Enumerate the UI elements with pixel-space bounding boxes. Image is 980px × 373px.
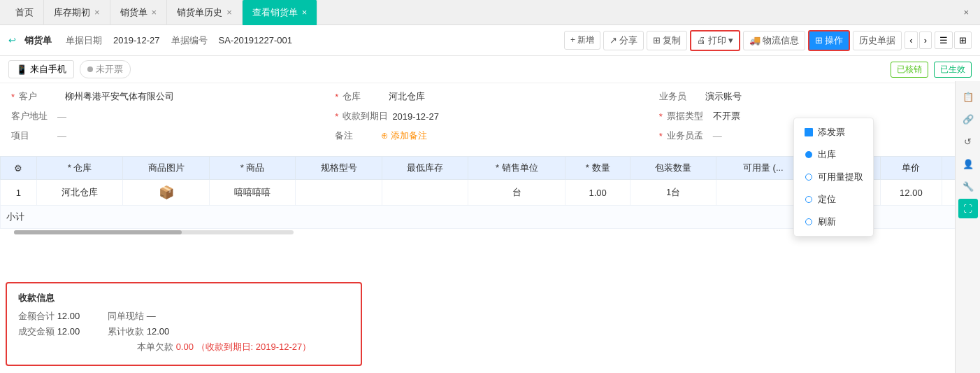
- sidebar-icon-4[interactable]: 👤: [958, 154, 978, 174]
- not-open-dot: [87, 66, 93, 72]
- payment-row-3: 本单欠款 0.00 （收款到期日: 2019-12-27）: [18, 341, 350, 353]
- total-receipt-label: 累计收款: [108, 326, 144, 337]
- copy-button[interactable]: ⊞ 复制: [647, 31, 687, 50]
- col-product: * 商品: [209, 157, 296, 180]
- col-warehouse: * 仓库: [36, 157, 123, 180]
- form-row-1: * 客户 柳州粤港平安气体有限公司 * 仓库 河北仓库 业务员 演示账号: [11, 90, 969, 103]
- tab-sales[interactable]: 销货单 ×: [110, 0, 168, 25]
- tab-view-sales-close[interactable]: ×: [302, 7, 308, 17]
- add-button[interactable]: + 新增: [564, 31, 600, 50]
- row-min-stock: [382, 180, 468, 206]
- status-effect: 已生效: [934, 62, 972, 78]
- dropdown-item-available[interactable]: 可用量提取: [794, 166, 873, 188]
- date-value: 2019-12-27: [113, 35, 160, 45]
- row-product: 嘻嘻嘻嘻: [209, 180, 296, 206]
- tab-sales-history[interactable]: 销货单历史 ×: [167, 0, 243, 25]
- next-button[interactable]: ›: [919, 31, 932, 49]
- same-bill-value: —: [147, 311, 156, 321]
- sidebar-icon-3[interactable]: ↺: [958, 132, 978, 151]
- deal-label: 成交金额: [18, 326, 55, 337]
- payment-title: 收款信息: [18, 292, 350, 304]
- sidebar-icon-6[interactable]: ⛶: [958, 199, 978, 218]
- warehouse-field: * 仓库 河北仓库: [335, 90, 644, 103]
- remark-field: 备注 ⊕ 添加备注: [335, 129, 644, 142]
- no-label: 单据编号: [171, 34, 208, 47]
- dropdown-menu: 添发票 出库 可用量提取 定位 刷新: [793, 118, 874, 237]
- row-pkg-qty: 1台: [630, 180, 716, 206]
- row-warehouse: 河北仓库: [36, 180, 123, 206]
- logistics-button[interactable]: 🚚 物流信息: [743, 31, 805, 50]
- close-all-button[interactable]: ×: [958, 7, 974, 17]
- toolbar-actions: + 新增 ↗ 分享 ⊞ 复制 🖨 打印 ▾ 🚚 物流信息 ⊞ 操作 历史单据 ‹…: [564, 30, 972, 51]
- tab-sales-close[interactable]: ×: [152, 7, 157, 17]
- total-receipt-value: 12.00: [147, 326, 170, 337]
- address-field: 客户地址 —: [11, 110, 321, 122]
- grid-view-button[interactable]: ⊞: [954, 31, 972, 49]
- row-unit: 台: [468, 180, 565, 206]
- same-bill-label: 同单现结: [108, 311, 144, 321]
- tab-inventory-close[interactable]: ×: [94, 7, 100, 17]
- view-toggle: ☰ ⊞: [935, 31, 972, 49]
- col-price: 单价: [880, 157, 942, 180]
- list-view-button[interactable]: ☰: [935, 31, 953, 49]
- sidebar-icon-2[interactable]: 🔗: [958, 109, 978, 129]
- payment-info: 收款信息 金额合计 12.00 同单现结 — 成交金额 12.00 累计收款 1…: [6, 282, 362, 366]
- operate-button[interactable]: ⊞ 操作: [808, 30, 850, 51]
- row-image: 📦: [123, 180, 210, 206]
- right-sidebar: 📋 🔗 ↺ 👤 🔧 ⛶: [955, 81, 980, 373]
- due-label: 本单欠款: [137, 342, 173, 352]
- phone-icon: 📱: [16, 64, 27, 75]
- refresh-icon: [804, 217, 814, 227]
- dropdown-item-invoice[interactable]: 添发票: [794, 121, 873, 143]
- dropdown-item-refresh[interactable]: 刷新: [794, 211, 873, 233]
- doc-title: 销货单: [24, 34, 52, 47]
- payment-row-2: 成交金额 12.00 累计收款 12.00: [18, 325, 350, 338]
- tab-bar: 首页 库存期初 × 销货单 × 销货单历史 × 查看销货单 × ×: [0, 0, 980, 25]
- due-note: （收款到期日: 2019-12-27）: [196, 342, 312, 352]
- dropdown-item-outbound[interactable]: 出库: [794, 143, 873, 166]
- row-qty: 1.00: [565, 180, 630, 206]
- invoice-icon: [804, 127, 814, 137]
- col-unit: * 销售单位: [468, 157, 565, 180]
- not-open-ticket-button[interactable]: 未开票: [80, 60, 131, 78]
- no-value: SA-20191227-001: [219, 35, 293, 45]
- operate-icon: ⊞: [815, 35, 823, 45]
- due-date-field: * 收款到期日 2019-12-27: [335, 110, 644, 122]
- col-pkg-qty: 包装数量: [630, 157, 716, 180]
- doc-icon: ↩: [8, 35, 16, 45]
- dropdown-item-locate[interactable]: 定位: [794, 188, 873, 211]
- col-min-stock: 最低库存: [382, 157, 468, 180]
- share-button[interactable]: ↗ 分享: [603, 31, 644, 50]
- from-phone-button[interactable]: 📱 来自手机: [8, 60, 74, 78]
- row-spec: [296, 180, 382, 206]
- amount-label: 金额合计: [18, 311, 55, 321]
- amount-value: 12.00: [57, 311, 80, 321]
- outbound-icon: [804, 150, 814, 160]
- project-field: 项目 —: [11, 129, 321, 142]
- prev-button[interactable]: ‹: [905, 31, 917, 49]
- tab-sales-history-close[interactable]: ×: [226, 7, 232, 17]
- share-icon: ↗: [610, 35, 617, 45]
- customer-field: * 客户 柳州粤港平安气体有限公司: [11, 90, 321, 103]
- toolbar: ↩ 销货单 单据日期 2019-12-27 单据编号 SA-20191227-0…: [0, 25, 980, 56]
- history-button[interactable]: 历史单据: [853, 31, 902, 50]
- sidebar-icon-5[interactable]: 🔧: [958, 176, 978, 196]
- locate-icon: [804, 195, 814, 204]
- truck-icon: 🚚: [749, 35, 761, 45]
- tab-inventory[interactable]: 库存期初 ×: [44, 0, 110, 25]
- tab-view-sales[interactable]: 查看销货单 ×: [243, 0, 318, 25]
- deal-value: 12.00: [57, 326, 80, 337]
- row-price: 12.00: [880, 180, 942, 206]
- print-button[interactable]: 🖨 打印 ▾: [690, 30, 740, 51]
- copy-icon: ⊞: [653, 35, 661, 45]
- status-verified: 已核销: [891, 62, 928, 78]
- sidebar-icon-1[interactable]: 📋: [958, 87, 978, 106]
- add-remark-button[interactable]: ⊕ 添加备注: [381, 129, 427, 142]
- col-qty: * 数量: [565, 157, 630, 180]
- tab-home[interactable]: 首页: [6, 0, 44, 25]
- available-icon: [804, 172, 814, 182]
- col-settings[interactable]: ⚙: [1, 157, 37, 180]
- date-label: 单据日期: [66, 34, 102, 47]
- staff-field: 业务员 演示账号: [659, 90, 969, 103]
- nav-arrows: ‹ ›: [905, 31, 932, 49]
